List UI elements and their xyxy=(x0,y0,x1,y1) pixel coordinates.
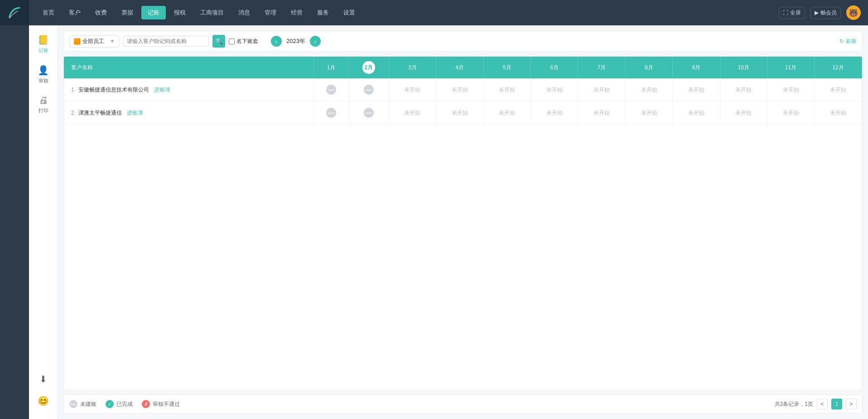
fullscreen-button[interactable]: ⛶ 全屏 xyxy=(779,7,805,19)
nav-billing[interactable]: 收费 xyxy=(89,6,113,19)
table-row: 2 漯澳太平畅捷通信 进账簿 — — 未开始 未开始 未开始 未开始 未开始 未… xyxy=(64,101,862,125)
month-highlight: 2月 xyxy=(362,61,375,74)
row2-oct-status: 未开始 xyxy=(735,110,752,116)
row1-oct-status: 未开始 xyxy=(735,87,752,93)
row1-feb-status: — xyxy=(364,85,374,95)
module-print-label: 打印 xyxy=(39,107,48,114)
row2-jun: 未开始 xyxy=(530,101,578,125)
vip-icon: ▶ xyxy=(815,10,819,16)
prev-page-button[interactable]: < xyxy=(817,399,828,409)
topnav-right: ⛶ 全屏 ▶ 畅会员 🐻 xyxy=(779,5,861,20)
nav-manage[interactable]: 管理 xyxy=(258,6,283,19)
module-audit[interactable]: 👤 审核 xyxy=(29,59,58,90)
row1-nov-status: 未开始 xyxy=(783,87,799,93)
table-row: 1 安徽畅捷通信息技术有限公司 进账簿 — — 未开始 未开始 未开始 未开始 … xyxy=(64,78,862,101)
module-user[interactable]: 😊 xyxy=(29,390,58,412)
app-sidebar xyxy=(0,0,29,419)
download-icon: ⬇ xyxy=(39,374,47,385)
row1-may: 未开始 xyxy=(483,78,530,101)
refresh-button[interactable]: ↻ 刷新 xyxy=(839,38,857,45)
user-icon: 😊 xyxy=(38,395,49,406)
row2-oct: 未开始 xyxy=(720,101,767,125)
vip-button[interactable]: ▶ 畅会员 xyxy=(810,7,841,19)
current-page-button[interactable]: 1 xyxy=(831,399,842,409)
row1-enter-link[interactable]: 进账簿 xyxy=(154,87,170,93)
row2-may-status: 未开始 xyxy=(499,110,515,116)
legend-completed-label: 已完成 xyxy=(116,400,133,408)
pagination: 共2条记录，1页 < 1 > xyxy=(775,399,857,409)
nav-invoice[interactable]: 票据 xyxy=(115,6,140,19)
next-year-button[interactable]: › xyxy=(310,36,321,47)
module-sidebar: 📒 记账 👤 审核 🖨 打印 ⬇ 😊 xyxy=(29,25,58,419)
row2-aug: 未开始 xyxy=(625,101,672,125)
module-print[interactable]: 🖨 打印 xyxy=(29,90,58,120)
row1-nov: 未开始 xyxy=(767,78,815,101)
module-download[interactable]: ⬇ xyxy=(29,368,58,390)
row2-sep-status: 未开始 xyxy=(688,110,704,116)
row1-aug: 未开始 xyxy=(625,78,672,101)
row2-enter-link[interactable]: 进账簿 xyxy=(127,110,143,116)
row1-dec-status: 未开始 xyxy=(830,87,846,93)
app-logo xyxy=(0,0,29,25)
row2-dec-status: 未开始 xyxy=(830,110,846,116)
row1-mar: 未开始 xyxy=(389,78,436,101)
toolbar: 🟧 全部员工 ▼ 🔍 名下账套 ‹ 2023年 › xyxy=(63,31,863,52)
row1-aug-status: 未开始 xyxy=(641,87,657,93)
col-may: 5月 xyxy=(483,57,530,78)
employee-select[interactable]: 🟧 全部员工 ▼ xyxy=(69,35,119,48)
user-avatar[interactable]: 🐻 xyxy=(846,5,861,20)
next-page-button[interactable]: > xyxy=(846,399,857,409)
nav-business[interactable]: 工商项目 xyxy=(194,6,230,19)
accounts-table: 客户名称 1月 2月 3月 4月 5月 6月 7月 8月 9月 10月 11月 xyxy=(64,57,862,125)
search-button[interactable]: 🔍 xyxy=(212,35,225,48)
nav-message[interactable]: 消息 xyxy=(232,6,256,19)
row1-feb: — xyxy=(349,78,389,101)
checkbox-label[interactable]: 名下账套 xyxy=(229,38,258,45)
row2-num: 2 xyxy=(71,110,74,116)
legend-rejected: ✗ 审核不通过 xyxy=(142,400,180,408)
row2-may: 未开始 xyxy=(483,101,530,125)
module-accounting[interactable]: 📒 记账 xyxy=(29,29,58,59)
row2-dec: 未开始 xyxy=(815,101,862,125)
row2-company-name: 漯澳太平畅捷通信 xyxy=(78,110,122,116)
prev-year-button[interactable]: ‹ xyxy=(271,36,282,47)
checkbox-text: 名下账套 xyxy=(236,38,258,45)
nav-customer[interactable]: 客户 xyxy=(63,6,87,19)
row1-jan-status: — xyxy=(326,85,336,95)
row2-jan-status: — xyxy=(326,108,336,118)
nav-home[interactable]: 首页 xyxy=(36,6,61,19)
row1-dec: 未开始 xyxy=(815,78,862,101)
col-dec: 12月 xyxy=(815,57,862,78)
accounts-table-wrap: 客户名称 1月 2月 3月 4月 5月 6月 7月 8月 9月 10月 11月 xyxy=(63,56,863,391)
col-feb: 2月 xyxy=(349,57,389,78)
search-input[interactable] xyxy=(123,36,209,47)
col-oct: 10月 xyxy=(720,57,767,78)
main-content: 首页 客户 收费 票据 记账 报税 工商项目 消息 管理 经营 服务 设置 ⛶ … xyxy=(29,0,868,419)
nav-tax[interactable]: 报税 xyxy=(168,6,192,19)
total-records-label: 共2条记录，1页 xyxy=(775,400,813,408)
row1-jul-status: 未开始 xyxy=(593,87,610,93)
row2-feb-status: — xyxy=(364,108,374,118)
row2-mar-status: 未开始 xyxy=(404,110,420,116)
row2-apr-status: 未开始 xyxy=(452,110,468,116)
page-area: 📒 记账 👤 审核 🖨 打印 ⬇ 😊 xyxy=(29,25,868,419)
row1-may-status: 未开始 xyxy=(499,87,515,93)
print-icon: 🖨 xyxy=(39,95,48,106)
table-footer: — 未建账 ✓ 已完成 ✗ 审核不通过 共2条记录，1页 < 1 > xyxy=(63,395,863,414)
row2-jun-status: 未开始 xyxy=(546,110,563,116)
module-sidebar-bottom: ⬇ 😊 xyxy=(29,368,58,419)
nav-settings[interactable]: 设置 xyxy=(337,6,362,19)
nav-accounting[interactable]: 记账 xyxy=(141,6,166,19)
col-jun: 6月 xyxy=(530,57,578,78)
dropdown-arrow-icon: ▼ xyxy=(110,38,115,44)
col-mar: 3月 xyxy=(389,57,436,78)
legend-not-created: — 未建账 xyxy=(69,400,96,408)
col-sep: 9月 xyxy=(673,57,720,78)
nav-operation[interactable]: 经营 xyxy=(285,6,309,19)
nav-service[interactable]: 服务 xyxy=(311,6,335,19)
row1-num: 1 xyxy=(71,87,74,93)
my-accounts-checkbox[interactable] xyxy=(229,39,235,44)
row2-apr: 未开始 xyxy=(436,101,483,125)
col-jan: 1月 xyxy=(314,57,349,78)
col-nov: 11月 xyxy=(767,57,815,78)
